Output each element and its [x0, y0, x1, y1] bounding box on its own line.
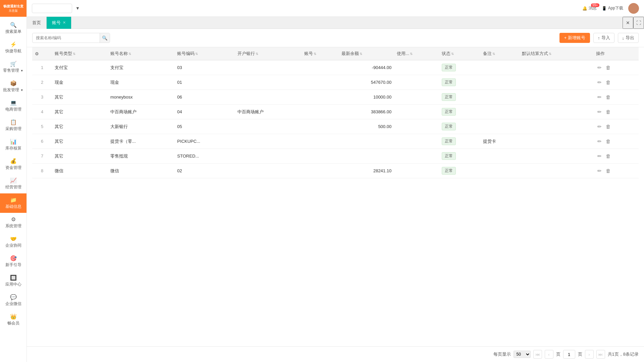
next-page-btn[interactable]: ›	[585, 350, 594, 359]
delete-btn[interactable]: 🗑	[604, 167, 612, 174]
expand-window-btn[interactable]: ⛶	[633, 17, 644, 29]
app-download-btn[interactable]: 📱 App下载	[602, 5, 623, 11]
inventory-icon: 📊	[10, 138, 17, 145]
sidebar-item-label: 基础信息	[5, 204, 21, 209]
row-usage	[394, 134, 439, 149]
edit-btn[interactable]: ✏	[596, 94, 603, 101]
sidebar-item-quick-nav[interactable]: ⚡ 快捷导航	[0, 38, 26, 57]
delete-btn[interactable]: 🗑	[604, 64, 612, 71]
col-header-balance[interactable]: 最新余额⇅	[339, 47, 394, 60]
edit-btn[interactable]: ✏	[596, 167, 603, 175]
message-btn[interactable]: 🔔 消息 99+	[582, 5, 597, 11]
sidebar-item-purchase[interactable]: 📋 采购管理	[0, 116, 26, 135]
settings-col-icon[interactable]: ⚙	[35, 51, 39, 56]
delete-btn[interactable]: 🗑	[604, 79, 612, 86]
row-name: 支付宝	[108, 60, 174, 75]
edit-btn[interactable]: ✏	[596, 108, 603, 116]
table-row: 3 其它 moneybosx 06 10000.00 正常 ✏ 🗑	[32, 90, 639, 105]
topbar-search-input[interactable]	[32, 4, 72, 13]
bell-icon: 🔔	[582, 6, 587, 11]
add-account-button[interactable]: + 新增账号	[559, 33, 590, 43]
col-header-name[interactable]: 账号名称⇅	[108, 47, 174, 60]
sidebar-item-member[interactable]: 👑 畅会员	[0, 310, 26, 329]
row-num: 8	[32, 164, 52, 178]
delete-btn[interactable]: 🗑	[604, 138, 612, 145]
basic-info-icon: 📁	[10, 197, 17, 203]
row-name: 中百商场账户	[108, 105, 174, 119]
col-header-remark[interactable]: 备注⇅	[480, 47, 520, 60]
sort-icon: ⇅	[128, 52, 131, 56]
row-remark	[480, 90, 520, 105]
topbar-dropdown[interactable]: ▼	[75, 6, 80, 11]
export-button[interactable]: ↓ 导出	[618, 33, 639, 43]
row-bank	[235, 60, 302, 75]
tab-账号[interactable]: 账号✕	[47, 17, 71, 29]
export-label: 导出	[626, 35, 634, 41]
row-remark	[480, 149, 520, 164]
delete-btn[interactable]: 🗑	[604, 153, 612, 160]
sidebar-item-enterprise-wechat[interactable]: 💬 企业微信	[0, 291, 26, 310]
edit-btn[interactable]: ✏	[596, 123, 603, 130]
status-badge: 正常	[442, 93, 456, 101]
sidebar-item-inventory[interactable]: 📊 库存核算	[0, 135, 26, 155]
row-type: 其它	[52, 119, 108, 134]
status-badge: 正常	[442, 123, 456, 130]
sidebar-item-finance[interactable]: 💰 资金管理	[0, 155, 26, 174]
edit-btn[interactable]: ✏	[596, 138, 603, 145]
page-number-input[interactable]	[563, 350, 575, 359]
row-code: 06	[174, 90, 235, 105]
row-code: STORED...	[174, 149, 235, 164]
sidebar-item-retail[interactable]: 🛒 零售管理 ▼	[0, 57, 26, 77]
col-header-default_payment[interactable]: 默认结算方式⇅	[519, 47, 593, 60]
col-header-account[interactable]: 账号⇅	[302, 47, 338, 60]
col-header-usage[interactable]: 使用...⇅	[394, 47, 439, 60]
delete-btn[interactable]: 🗑	[604, 94, 612, 101]
message-badge: 99+	[591, 3, 599, 7]
last-page-btn[interactable]: ⏭	[596, 350, 605, 359]
status-badge: 正常	[442, 167, 456, 175]
sidebar-item-label: 资金管理	[5, 165, 21, 171]
sidebar-item-wholesale[interactable]: 📦 批发管理 ▼	[0, 77, 26, 96]
sidebar-item-basic-info[interactable]: 📁 基础信息	[0, 193, 26, 213]
delete-btn[interactable]: 🗑	[604, 123, 612, 130]
sidebar-item-ecommerce[interactable]: 💻 电商管理	[0, 96, 26, 116]
sidebar-item-enterprise[interactable]: 🤝 企业协同	[0, 232, 26, 252]
first-page-btn[interactable]: ⏮	[533, 350, 542, 359]
delete-btn[interactable]: 🗑	[604, 108, 612, 115]
col-header-code[interactable]: 账号编码⇅	[174, 47, 235, 60]
row-usage	[394, 90, 439, 105]
edit-btn[interactable]: ✏	[596, 79, 603, 86]
per-page-select[interactable]: 50 100 200	[514, 351, 531, 358]
import-label: 导入	[601, 35, 610, 41]
sidebar-item-operations[interactable]: 📈 经营管理	[0, 174, 26, 193]
sidebar-item-label: 库存核算	[5, 145, 21, 151]
row-usage	[394, 119, 439, 134]
sidebar-item-search[interactable]: 🔍 搜索菜单	[0, 18, 26, 38]
close-window-btn[interactable]: ✕	[623, 17, 633, 29]
sidebar-item-label: 快捷导航	[5, 48, 21, 54]
sidebar-item-system[interactable]: ⚙ 系统管理	[0, 213, 26, 232]
row-account	[302, 134, 338, 149]
row-status: 正常	[439, 134, 480, 149]
tab-首页[interactable]: 首页	[27, 17, 47, 29]
import-button[interactable]: ↑ 导入	[593, 33, 614, 43]
search-input[interactable]	[33, 36, 100, 40]
tab-close-icon[interactable]: ✕	[63, 20, 66, 25]
edit-btn[interactable]: ✏	[596, 153, 603, 160]
phone-icon: 📱	[602, 6, 607, 11]
sidebar-item-beginner[interactable]: 🎯 新手引导	[0, 252, 26, 271]
member-icon: 👑	[10, 313, 17, 320]
user-avatar[interactable]	[628, 3, 639, 14]
prev-page-btn[interactable]: ‹	[545, 350, 553, 359]
col-header-type[interactable]: 账号类型⇅	[52, 47, 108, 60]
row-name: 零售抵现	[108, 149, 174, 164]
sidebar-item-app-center[interactable]: 🔲 应用中心	[0, 271, 26, 291]
col-label: 账号编码	[177, 51, 195, 56]
edit-btn[interactable]: ✏	[596, 64, 603, 71]
sort-icon: ⇅	[195, 52, 198, 56]
col-header-status[interactable]: 状态⇅	[439, 47, 480, 60]
col-header-bank[interactable]: 开户银行⇅	[235, 47, 302, 60]
search-button[interactable]: 🔍	[100, 33, 110, 43]
sidebar-item-label: 应用中心	[5, 282, 21, 287]
sort-icon: ⇅	[314, 52, 316, 56]
